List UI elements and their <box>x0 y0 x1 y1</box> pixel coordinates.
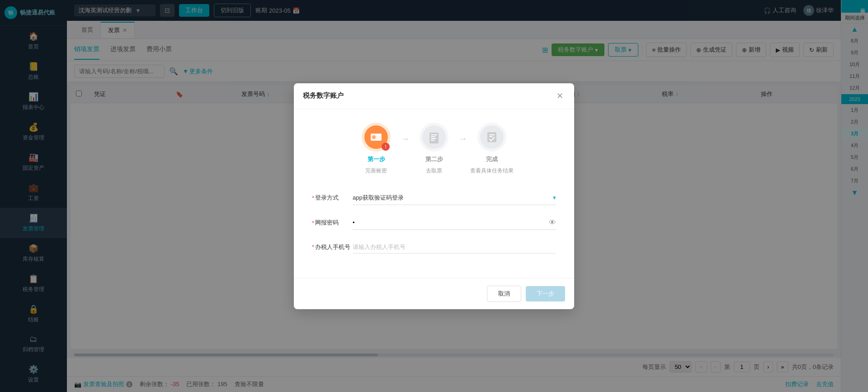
modal-title: 税务数字账户 <box>303 91 344 100</box>
step-1-error-badge: ! <box>382 143 390 151</box>
step-complete: 完成 查看具体任务结果 <box>469 123 514 175</box>
step-1-label: 第一步 <box>368 155 385 163</box>
svg-rect-2 <box>377 135 380 136</box>
step-1: ! 第一步 完善账密 <box>354 123 399 175</box>
password-field-wrap: 👁 <box>353 216 556 230</box>
login-method-select[interactable]: app获取验证码登录 ▾ <box>353 191 556 205</box>
toggle-password-btn[interactable]: 👁 <box>549 219 556 227</box>
step-arrow-2: → <box>458 123 467 144</box>
next-btn[interactable]: 下一步 <box>526 286 565 301</box>
step-2-icon-wrap <box>420 123 448 152</box>
password-input[interactable] <box>353 219 549 226</box>
svg-rect-7 <box>431 136 435 137</box>
step-complete-sublabel: 查看具体任务结果 <box>470 167 514 175</box>
login-method-label: * 登录方式 <box>312 194 353 202</box>
svg-point-1 <box>372 135 376 139</box>
form-row-phone: * 办税人手机号 <box>312 241 556 253</box>
cancel-btn[interactable]: 取消 <box>487 286 521 302</box>
password-label: * 网报密码 <box>312 219 353 227</box>
phone-input[interactable] <box>353 241 556 253</box>
step-1-sublabel: 完善账密 <box>365 167 387 175</box>
form-row-login-method: * 登录方式 app获取验证码登录 ▾ <box>312 191 556 205</box>
modal-footer: 取消 下一步 <box>294 278 574 309</box>
modal-overlay: 税务数字账户 ✕ <box>0 0 868 392</box>
phone-label: * 办税人手机号 <box>312 243 353 251</box>
modal-header: 税务数字账户 ✕ <box>294 83 574 109</box>
svg-rect-11 <box>489 134 495 135</box>
step-2: 第二步 去取票 <box>411 123 457 175</box>
tax-digital-account-modal: 税务数字账户 ✕ <box>294 83 574 309</box>
svg-rect-4 <box>377 139 380 140</box>
svg-rect-9 <box>431 140 434 141</box>
login-method-dropdown-icon: ▾ <box>553 194 556 201</box>
step-2-sublabel: 去取票 <box>426 167 442 175</box>
step-complete-icon <box>480 125 504 149</box>
svg-rect-8 <box>431 138 436 139</box>
svg-rect-6 <box>431 134 437 135</box>
modal-body: ! 第一步 完善账密 → <box>294 109 574 278</box>
svg-rect-3 <box>377 137 379 138</box>
step-2-label: 第二步 <box>425 155 443 163</box>
step-complete-label: 完成 <box>486 155 498 163</box>
svg-rect-12 <box>489 136 493 137</box>
step-1-icon-wrap: ! <box>362 123 391 152</box>
login-method-value: app获取验证码登录 <box>353 194 404 202</box>
form-row-password: * 网报密码 👁 <box>312 216 556 230</box>
step-arrow-1: → <box>401 123 410 144</box>
step-2-icon <box>422 125 446 149</box>
step-complete-icon-wrap <box>477 123 506 152</box>
steps-indicator: ! 第一步 完善账密 → <box>312 123 556 175</box>
modal-close-btn[interactable]: ✕ <box>554 91 565 101</box>
